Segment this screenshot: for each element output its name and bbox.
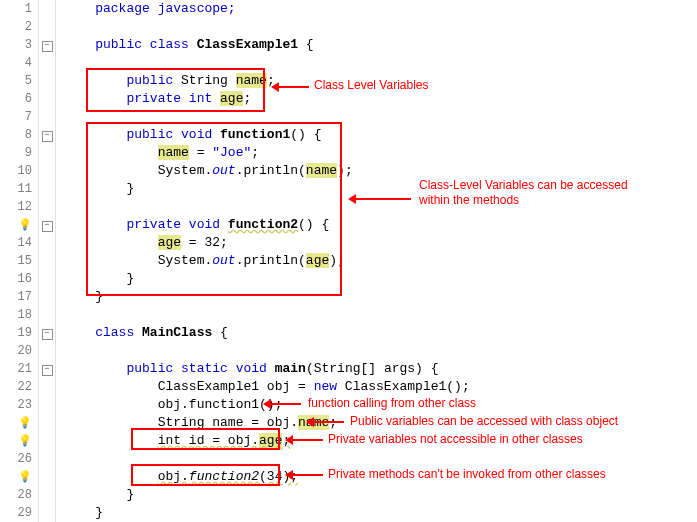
line-number: 19 [0,324,32,342]
fold-gutter: − − − − − [39,0,56,522]
code-line: class MainClass { [64,324,697,342]
code-line: public static void main(String[] args) { [64,360,697,378]
line-gutter: 1 2 3 4 5 6 7 8 9 10 11 12 💡 14 15 16 17… [0,0,39,522]
line-number: 5 [0,72,32,90]
code-line: package javascope; [64,0,697,18]
code-line: } [64,504,697,522]
code-editor: 1 2 3 4 5 6 7 8 9 10 11 12 💡 14 15 16 17… [0,0,697,522]
arrow-icon [274,86,309,88]
arrow-icon [288,439,323,441]
error-icon[interactable]: 💡 [18,471,32,483]
fold-toggle-icon[interactable]: − [42,41,53,52]
annotation-text: Private variables not accessible in othe… [328,432,583,447]
code-line: age = 32; [64,234,697,252]
fold-toggle-icon[interactable]: − [42,221,53,232]
lightbulb-icon[interactable]: 💡 [18,219,32,231]
error-icon[interactable]: 💡 [18,435,32,447]
line-number: 8 [0,126,32,144]
arrow-icon [266,403,301,405]
code-line: public void function1() { [64,126,697,144]
code-line: public class ClassExample1 { [64,36,697,54]
line-number: 11 [0,180,32,198]
line-number: 3 [0,36,32,54]
line-number: 14 [0,234,32,252]
line-number: 4 [0,54,32,72]
line-number: 18 [0,306,32,324]
line-number: 28 [0,486,32,504]
line-number: 15 [0,252,32,270]
annotation-text: Class-Level Variables can be accessed wi… [419,178,628,208]
line-number: 7 [0,108,32,126]
line-number: 2 [0,18,32,36]
line-number: 26 [0,450,32,468]
annotation-text: function calling from other class [308,396,476,411]
line-number: 10 [0,162,32,180]
code-line: private void function2() { [64,216,697,234]
lightbulb-icon[interactable]: 💡 [18,417,32,429]
code-line: } [64,288,697,306]
line-number: 6 [0,90,32,108]
fold-toggle-icon[interactable]: − [42,365,53,376]
code-line: name = "Joe"; [64,144,697,162]
line-number: 1 [0,0,32,18]
fold-toggle-icon[interactable]: − [42,131,53,142]
arrow-icon [351,198,411,200]
annotation-text: Public variables can be accessed with cl… [350,414,618,429]
line-number: 23 [0,396,32,414]
arrow-icon [309,421,344,423]
line-number: 17 [0,288,32,306]
line-number: 22 [0,378,32,396]
line-number: 21 [0,360,32,378]
code-line: } [64,486,697,504]
code-line: } [64,270,697,288]
line-number: 12 [0,198,32,216]
code-area[interactable]: package javascope; public class ClassExa… [56,0,697,522]
code-line: System.out.println(age); [64,252,697,270]
arrow-icon [288,474,323,476]
annotation-text: Private methods can't be invoked from ot… [328,467,606,482]
annotation-text: Class Level Variables [314,78,429,93]
line-number: 16 [0,270,32,288]
code-line: ClassExample1 obj = new ClassExample1(); [64,378,697,396]
line-number: 9 [0,144,32,162]
line-number: 20 [0,342,32,360]
fold-toggle-icon[interactable]: − [42,329,53,340]
line-number: 29 [0,504,32,522]
